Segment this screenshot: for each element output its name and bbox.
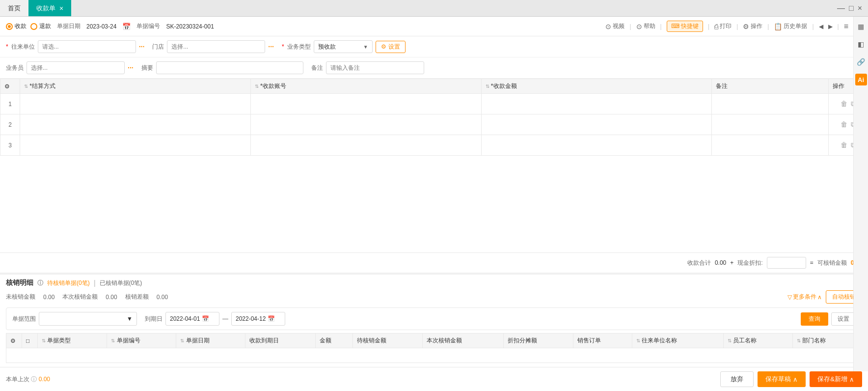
operations-btn[interactable]: ⚙ 操作: [743, 22, 762, 30]
row-num-2: 2: [0, 114, 20, 135]
abandon-btn[interactable]: 放弃: [720, 371, 754, 387]
vcol-sales-order: 销售订单: [573, 334, 632, 348]
vcol-pending-label: 待核销金额: [357, 337, 386, 344]
ops-col-label: 操作: [833, 83, 844, 89]
vcol-checkbox[interactable]: □: [22, 334, 38, 348]
next-nav-icon[interactable]: ▶: [828, 23, 833, 30]
staff-input[interactable]: [27, 61, 125, 74]
delete-row-3-btn[interactable]: 🗑: [840, 140, 848, 150]
settings-button[interactable]: ⚙ 设置: [376, 41, 406, 53]
col-settings-header[interactable]: ⚙: [0, 79, 20, 94]
row-note-2[interactable]: [712, 114, 829, 135]
home-tab-label: 首页: [8, 4, 21, 13]
shortcut-btn[interactable]: ⌨ 快捷键: [667, 21, 703, 32]
vcol-bill-no-label: 单据编号: [117, 337, 140, 344]
row-amount-1[interactable]: [481, 94, 712, 114]
verify-info-icon[interactable]: ⓘ: [37, 279, 43, 287]
video-btn[interactable]: ⊙ 视频: [605, 22, 624, 30]
history-btn[interactable]: 📋 历史单据: [774, 22, 807, 30]
store-input[interactable]: [167, 40, 265, 53]
prev-info-icon[interactable]: ⓘ: [31, 376, 38, 383]
prev-value: 0.00: [39, 376, 50, 383]
radio-dot-refund: [30, 23, 37, 30]
save-draft-arrow: ∧: [793, 376, 798, 383]
radio-refund[interactable]: 退款: [30, 22, 51, 30]
amount-sort-icon[interactable]: ⇅: [486, 84, 489, 89]
unverified-value: 0.00: [43, 294, 54, 301]
calendar-icon[interactable]: 📅: [122, 23, 131, 30]
shortcut-label[interactable]: ⌨ 快捷键: [667, 21, 703, 32]
done-tab[interactable]: 已核销单据(0笔): [100, 279, 142, 287]
print-btn[interactable]: ⎙ 打印: [714, 22, 732, 30]
biz-type-select[interactable]: 预收款 ▼: [314, 40, 373, 53]
summary-input[interactable]: [156, 61, 303, 74]
row-settlement-2[interactable]: [20, 114, 251, 135]
vcol-discount: 折扣分摊额: [503, 334, 573, 348]
sidebar-ai-icon[interactable]: Ai: [855, 74, 867, 85]
sidebar-panel-icon[interactable]: ◧: [855, 38, 867, 50]
prev-nav-icon[interactable]: ◀: [819, 23, 823, 30]
bottom-bar-actions: 放弃 保存草稿 ∧ 保存&新增 ∧: [720, 371, 862, 387]
due-date-filter-field: 到期日 2022-04-01 📅 — 2022-04-12 📅: [145, 312, 285, 326]
row-account-2[interactable]: [250, 114, 481, 135]
tab-close-icon[interactable]: ×: [59, 4, 63, 12]
date-to-picker[interactable]: 2022-04-12 📅: [231, 312, 285, 326]
row-num-3: 3: [0, 135, 20, 156]
more-conditions-btn[interactable]: ▽ 更多条件 ∧: [787, 293, 822, 301]
row-account-3[interactable]: [250, 135, 481, 156]
tab-home[interactable]: 首页: [0, 0, 28, 16]
staff-more-btn[interactable]: ···: [128, 64, 134, 72]
collapse-icon: ∧: [817, 294, 822, 301]
row-note-1[interactable]: [712, 94, 829, 114]
operations-icon: ⚙: [743, 23, 749, 30]
discount-input[interactable]: [767, 257, 806, 269]
save-draft-btn[interactable]: 保存草稿 ∧: [758, 371, 806, 387]
sidebar-link-icon[interactable]: 🔗: [855, 56, 867, 68]
filter-settings-btn[interactable]: 设置: [831, 312, 856, 326]
verify-section: 核销明细 ⓘ 待核销单据(0笔) | 已核销单据(0笔) 未核销金额 0.00 …: [0, 273, 868, 367]
save-new-btn[interactable]: 保存&新增 ∧: [810, 371, 862, 387]
settlement-sort-icon[interactable]: ⇅: [24, 84, 28, 89]
row-note-3[interactable]: [712, 135, 829, 156]
pending-tab[interactable]: 待核销单据(0笔): [47, 279, 90, 287]
filter-actions: 查询 设置: [801, 312, 856, 326]
minimize-icon[interactable]: —: [837, 4, 845, 13]
note-input[interactable]: [326, 61, 424, 74]
row-settlement-1[interactable]: [20, 94, 251, 114]
store-more-btn[interactable]: ···: [268, 43, 274, 51]
query-btn[interactable]: 查询: [801, 312, 828, 326]
sidebar-table-icon[interactable]: ▦: [855, 21, 867, 32]
biz-type-required: *: [282, 43, 284, 50]
print-icon: ⎙: [714, 23, 718, 30]
row-account-1[interactable]: [250, 94, 481, 114]
maximize-icon[interactable]: □: [849, 4, 854, 13]
row-amount-3[interactable]: [481, 135, 712, 156]
radio-receipt[interactable]: 收款: [6, 22, 27, 30]
delete-row-1-btn[interactable]: 🗑: [840, 99, 848, 109]
account-sort-icon[interactable]: ⇅: [255, 84, 259, 89]
total-label: 收款合计: [687, 259, 711, 267]
help-btn[interactable]: ⊙ 帮助: [636, 22, 655, 30]
close-window-icon[interactable]: ×: [858, 4, 862, 13]
range-select[interactable]: ▼: [39, 312, 137, 326]
date-from-picker[interactable]: 2022-04-01 📅: [165, 312, 219, 326]
receipt-type-radio: 收款 退款: [6, 22, 51, 30]
unverified-label: 未核销金额: [6, 293, 35, 301]
delete-row-2-btn[interactable]: 🗑: [840, 119, 848, 129]
staff-label: 业务员: [6, 64, 24, 72]
prev-label: 本单上次: [6, 376, 29, 383]
row-settlement-3[interactable]: [20, 135, 251, 156]
filter-icon: ▽: [787, 294, 792, 301]
tab-receipt[interactable]: 收款单 ×: [28, 0, 71, 16]
summary-label: 摘要: [141, 64, 153, 72]
vcol-staff-label: 员工名称: [733, 337, 757, 344]
right-sidebar: ▦ ◧ 🔗 Ai: [853, 17, 868, 371]
menu-icon[interactable]: ≡: [844, 22, 848, 31]
partner-more-btn[interactable]: ···: [139, 43, 145, 51]
partner-input[interactable]: [38, 40, 136, 53]
vcol-due-date-label: 收款到期日: [249, 337, 279, 344]
row-amount-2[interactable]: [481, 114, 712, 135]
bill-no-value: SK-20230324-001: [166, 23, 214, 30]
vcol-settings[interactable]: ⚙: [6, 334, 22, 348]
diff-label: 核销差额: [125, 293, 149, 301]
